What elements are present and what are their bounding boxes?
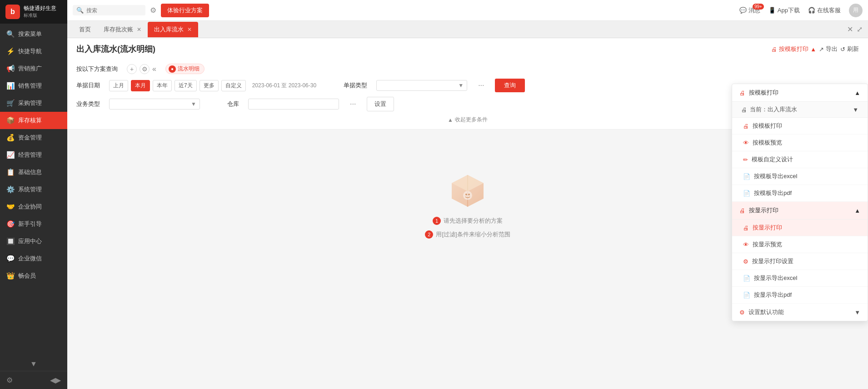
settings-button[interactable]: 设置 [367,97,394,111]
sidebar-item-label: 采购管理 [18,99,42,107]
window-close-btn[interactable]: ✕ [847,25,853,34]
sidebar-item-finance[interactable]: 💰 资金管理 [0,129,67,146]
topbar-right: 💬 消息 99+ 📱 App下载 🎧 在线客服 用 [739,4,863,17]
sidebar-item-guide[interactable]: 🎯 新手引导 [0,215,67,233]
filter-settings-btn[interactable]: ⚙ [140,64,150,74]
template-print-btn[interactable]: 🖨 按模板打印 ▲ [771,45,816,53]
dropdown-item-display-excel-label: 按显示导出excel [754,274,797,282]
dropdown-item-display-pdf[interactable]: 📄 按显示导出pdf [732,287,868,304]
dropdown-item-display-settings[interactable]: ⚙ 按显示打印设置 [732,253,868,270]
filter-tag-icon: ● [169,65,176,73]
date-btn-custom[interactable]: 自定义 [221,80,246,91]
date-btn-prev-month[interactable]: 上月 [109,80,128,91]
dropdown-footer[interactable]: ⚙ 设置默认功能 ▼ [732,304,868,321]
tab-batch-close-icon[interactable]: ✕ [137,27,141,32]
svg-point-6 [468,194,470,195]
dropdown-item-display-print[interactable]: 🖨 按显示打印 [732,219,868,236]
dropdown-footer-icon: ⚙ [739,309,745,316]
filter-add-btn[interactable]: + [127,64,137,74]
sidebar-item-enterprise[interactable]: 🤝 企业协同 [0,198,67,215]
dropdown-item-template-print[interactable]: 🖨 按模板打印 [732,118,868,135]
sidebar-settings-button[interactable]: ⚙ [6,376,13,384]
empty-hint-1: 1 请先选择要分析的方案 [433,217,503,225]
system-icon: ⚙️ [6,185,15,194]
app-download-btn[interactable]: 📱 App下载 [768,6,800,15]
main-area: 🔍 ⚙ 体验行业方案 💬 消息 99+ 📱 App下载 🎧 在线客服 用 首页 [67,0,868,389]
filter-tag[interactable]: ● 流水明细 [165,64,205,74]
tab-batch-account[interactable]: 库存批次账 ✕ [97,22,148,37]
collapse-more-btn[interactable]: ▲ 收起更多条件 [448,116,488,124]
operations-icon: 📈 [6,151,15,159]
warehouse-more-btn[interactable]: ··· [348,100,358,108]
date-btn-current-year[interactable]: 本年 [153,80,172,91]
dropdown-item-display-excel-icon: 📄 [743,275,750,282]
sidebar-item-basics[interactable]: 📋 基础信息 [0,164,67,181]
filter-collapse-chevron[interactable]: « [152,65,156,73]
filter-row-1: 按以下方案查询 + ⚙ « ● 流水明细 [76,64,859,74]
dropdown-current-icon: 🖨 [741,106,747,113]
dropdown-display-section[interactable]: 🖨 按显示打印 ▲ [732,202,868,219]
doc-type-select[interactable] [376,80,467,91]
sidebar-item-label: 快捷导航 [18,47,42,55]
tab-home[interactable]: 首页 [73,22,97,37]
sidebar-item-inventory[interactable]: 📦 库存核算 [0,112,67,129]
date-btn-recent7[interactable]: 近7天 [175,80,197,91]
dropdown-item-template-customize[interactable]: ✏ 模板自定义设计 [732,151,868,168]
sidebar-item-label: 搜索菜单 [18,30,42,38]
business-type-select[interactable] [109,99,200,110]
topbar-search-input[interactable] [86,7,132,14]
doc-type-select-wrap: ▼ [376,80,467,91]
sidebar-collapse-button[interactable]: ◀▶ [50,376,61,384]
dropdown-item-display-pdf-icon: 📄 [743,292,750,299]
sidebar-item-vip[interactable]: 👑 畅会员 [0,267,67,284]
dropdown-item-display-excel[interactable]: 📄 按显示导出excel [732,270,868,287]
sidebar-item-wechat[interactable]: 💬 企业微信 [0,250,67,267]
sidebar-item-appcenter[interactable]: 🔲 应用中心 [0,233,67,250]
date-btn-current-month[interactable]: 本月 [131,80,150,91]
dropdown-item-template-customize-label: 模板自定义设计 [752,155,793,164]
export-icon: ↗ [819,46,824,53]
sidebar-item-label: 基础信息 [18,168,42,176]
sidebar-item-system[interactable]: ⚙️ 系统管理 [0,181,67,198]
dropdown-item-template-pdf[interactable]: 📄 按模板导出pdf [732,185,868,202]
template-print-label: 按模板打印 [779,45,808,53]
warehouse-input[interactable] [248,99,339,110]
dropdown-item-template-preview[interactable]: 👁 按模板预览 [732,135,868,151]
sidebar-item-search[interactable]: 🔍 搜索菜单 [0,25,67,43]
online-service-btn[interactable]: 🎧 在线客服 [808,6,841,15]
dropdown-item-display-preview-icon: 👁 [743,241,749,248]
sidebar-item-label: 营销推广 [18,65,42,73]
export-label: 导出 [826,45,838,53]
dropdown-item-template-print-label: 按模板打印 [753,122,782,130]
sidebar-item-quick-nav[interactable]: ⚡ 快捷导航 [0,43,67,60]
export-btn[interactable]: ↗ 导出 [819,45,838,53]
dropdown-item-template-excel[interactable]: 📄 按模板导出excel [732,168,868,185]
user-avatar[interactable]: 用 [849,4,863,17]
refresh-btn[interactable]: ↺ 刷新 [840,45,859,53]
sidebar-item-label: 资金管理 [18,134,42,142]
dropdown-item-template-customize-icon: ✏ [743,156,748,163]
dropdown-footer-arrow: ▼ [854,309,860,316]
business-type-select-wrap: ▼ [109,99,200,110]
tab-flow-close-icon[interactable]: ✕ [187,27,192,32]
date-btn-more[interactable]: 更多 [200,80,219,91]
tab-flow[interactable]: 出入库流水 ✕ [148,22,198,37]
industry-btn[interactable]: 体验行业方案 [161,4,209,17]
sidebar-scroll-down[interactable]: ▼ [0,357,67,371]
sidebar-item-purchase[interactable]: 🛒 采购管理 [0,95,67,112]
sidebar-item-marketing[interactable]: 📢 营销推广 [0,60,67,77]
dropdown-template-section[interactable]: 🖨 按模板打印 ▲ [732,84,868,102]
dropdown-current-label[interactable]: 🖨 当前：出入库流水 ▼ [732,102,868,118]
empty-hint-2-text: 用[过滤]条件来缩小分析范围 [436,230,510,239]
topbar-gear-icon[interactable]: ⚙ [150,6,156,15]
doc-type-more-btn[interactable]: ··· [476,81,486,90]
query-button[interactable]: 查询 [495,79,525,92]
warehouse-label: 仓库 [227,100,239,108]
message-btn[interactable]: 💬 消息 99+ [739,6,760,15]
sidebar-item-operations[interactable]: 📈 经营管理 [0,146,67,164]
sidebar-item-label: 新手引导 [18,220,42,228]
sidebar-item-sales[interactable]: 📊 销售管理 [0,77,67,95]
sidebar-item-label: 畅会员 [18,272,36,280]
window-maximize-btn[interactable]: ⤢ [857,25,863,34]
dropdown-item-display-preview[interactable]: 👁 按显示预览 [732,236,868,253]
